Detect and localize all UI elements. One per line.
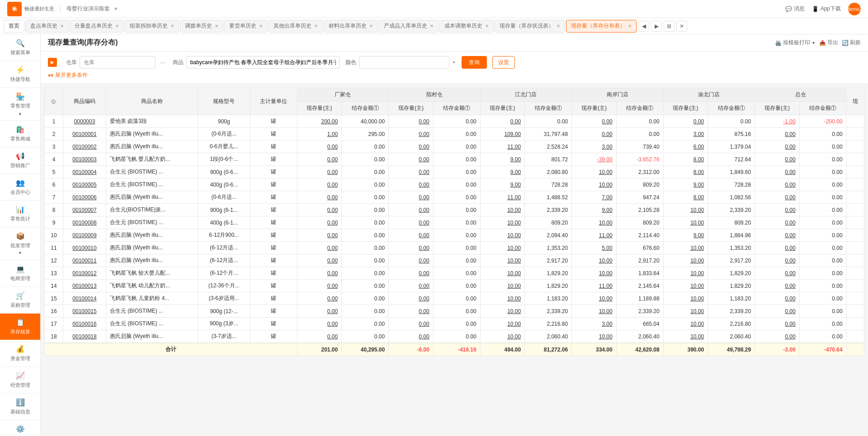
row-c2-qty[interactable]: 0.00 <box>389 191 434 204</box>
row-c5-qty[interactable]: 10.00 <box>663 292 708 305</box>
row-c4-qty[interactable]: 0.00 <box>572 128 617 141</box>
row-c1-qty[interactable]: 0.00 <box>297 204 342 216</box>
row-c3-qty[interactable]: 9.00 <box>480 153 525 166</box>
row-c3-qty[interactable]: 11.00 <box>480 191 525 204</box>
row-c5-qty[interactable]: 3.00 <box>663 128 708 141</box>
user-area[interactable]: demo2 <box>848 3 861 15</box>
row-c2-qty[interactable]: 0.00 <box>389 330 434 343</box>
row-code[interactable]: 00100016 <box>63 318 106 330</box>
row-c5-qty[interactable]: 10.00 <box>663 254 708 267</box>
row-code[interactable]: 00100013 <box>63 280 106 292</box>
sidebar-item-retail-mgmt[interactable]: 🏪 零售管理 ▲ <box>0 88 40 121</box>
row-c4-qty[interactable]: 5.00 <box>572 242 617 254</box>
row-c2-qty[interactable]: 0.00 <box>389 153 434 166</box>
row-c2-qty[interactable]: 0.00 <box>389 204 434 216</box>
sidebar-item-search[interactable]: 🔍 搜索英单 <box>0 34 40 61</box>
row-code[interactable]: 0000003 <box>63 115 106 128</box>
sidebar-item-quick-nav[interactable]: ⚡ 快捷导航 <box>0 61 40 88</box>
row-c4-qty[interactable]: 7.00 <box>572 191 617 204</box>
row-c5-qty[interactable]: 9.00 <box>663 229 708 242</box>
sidebar-item-purchase[interactable]: 🛒 采购管理 <box>0 287 40 314</box>
setting-button[interactable]: 设置 <box>492 56 515 69</box>
tab-close-all-btn[interactable]: ✕ <box>676 21 687 32</box>
row-c1-qty[interactable]: 0.00 <box>297 141 342 153</box>
row-c4-qty[interactable]: 10.00 <box>572 330 617 343</box>
row-c2-qty[interactable]: 0.00 <box>389 305 434 318</box>
row-c5-qty[interactable]: 6.00 <box>663 141 708 153</box>
tab-prev-btn[interactable]: ◀ <box>638 21 649 32</box>
row-total-qty[interactable]: 0.00 <box>755 318 800 330</box>
row-c4-qty[interactable]: 10.00 <box>572 305 617 318</box>
row-c4-qty[interactable]: -39.00 <box>572 153 617 166</box>
row-c1-qty[interactable]: 0.00 <box>297 229 342 242</box>
row-c2-qty[interactable]: 0.00 <box>389 141 434 153</box>
collapse-filter-btn[interactable]: ▶ <box>48 58 57 67</box>
row-c2-qty[interactable]: 0.00 <box>389 254 434 267</box>
sidebar-item-finance[interactable]: 💰 资金管理 <box>0 340 40 367</box>
row-c1-qty[interactable]: 0.00 <box>297 254 342 267</box>
row-c1-qty[interactable]: 0.00 <box>297 242 342 254</box>
row-c3-qty[interactable]: 0.00 <box>480 115 525 128</box>
row-c1-qty[interactable]: 0.00 <box>297 280 342 292</box>
sidebar-item-operation[interactable]: 📈 经营管理 <box>0 367 40 394</box>
sidebar-item-base-info[interactable]: ℹ️ 基础信息 <box>0 394 40 420</box>
row-total-qty[interactable]: 0.00 <box>755 204 800 216</box>
industry-dropdown-icon[interactable]: ▼ <box>113 6 118 11</box>
tab-close-requisition[interactable]: ✕ <box>259 23 263 28</box>
row-c5-qty[interactable]: 10.00 <box>663 242 708 254</box>
tab-close-cost-adjust[interactable]: ✕ <box>485 23 489 28</box>
tab-close-branch-inventory[interactable]: ✕ <box>115 23 119 28</box>
row-code[interactable]: 00100006 <box>63 191 106 204</box>
sidebar-item-retail-stats[interactable]: 📊 零售统计 <box>0 201 40 227</box>
row-c4-qty[interactable]: 10.00 <box>572 254 617 267</box>
tab-close-stock-status[interactable]: ✕ <box>557 23 560 28</box>
row-code[interactable]: 00100005 <box>63 178 106 191</box>
row-c3-qty[interactable]: 10.00 <box>480 229 525 242</box>
row-code[interactable]: 00100015 <box>63 305 106 318</box>
row-total-qty[interactable]: 0.00 <box>755 242 800 254</box>
row-c1-qty[interactable]: 1.00 <box>297 128 342 141</box>
tab-close-stock-dist[interactable]: ✕ <box>628 23 632 28</box>
row-c4-qty[interactable]: 10.00 <box>572 216 617 229</box>
row-c5-qty[interactable]: 10.00 <box>663 267 708 280</box>
row-c4-qty[interactable]: 9.00 <box>572 204 617 216</box>
row-total-qty[interactable]: 0.00 <box>755 267 800 280</box>
sidebar-item-wholesale-mgmt[interactable]: 📦 批发管理 ▼ <box>0 227 40 260</box>
tab-material-out[interactable]: 材料出库单历史 ✕ <box>324 20 378 33</box>
row-c5-qty[interactable]: 10.00 <box>663 305 708 318</box>
row-c2-qty[interactable]: 0.00 <box>389 267 434 280</box>
row-code[interactable]: 00100003 <box>63 153 106 166</box>
row-c4-qty[interactable]: 10.00 <box>572 178 617 191</box>
row-total-qty[interactable]: 0.00 <box>755 191 800 204</box>
tab-product-in[interactable]: 产成品入库单历史 ✕ <box>379 20 439 33</box>
row-c5-qty[interactable]: 10.00 <box>663 330 708 343</box>
tab-assembly[interactable]: 组装拆卸单历史 ✕ <box>125 20 179 33</box>
row-code[interactable]: 00100004 <box>63 166 106 178</box>
row-code[interactable]: 00100001 <box>63 128 106 141</box>
row-c4-qty[interactable]: 10.00 <box>572 267 617 280</box>
row-total-qty[interactable]: 0.00 <box>755 216 800 229</box>
row-total-qty[interactable]: 0.00 <box>755 229 800 242</box>
row-code[interactable]: 00100014 <box>63 292 106 305</box>
tab-close-product-in[interactable]: ✕ <box>430 23 434 28</box>
row-code[interactable]: 00100002 <box>63 141 106 153</box>
row-c2-qty[interactable]: 0.00 <box>389 318 434 330</box>
row-c3-qty[interactable]: 10.00 <box>480 318 525 330</box>
row-c2-qty[interactable]: 0.00 <box>389 166 434 178</box>
row-c1-qty[interactable]: 0.00 <box>297 153 342 166</box>
row-total-qty[interactable]: 0.00 <box>755 254 800 267</box>
row-c3-qty[interactable]: 9.00 <box>480 178 525 191</box>
row-code[interactable]: 00100008 <box>63 216 106 229</box>
row-c2-qty[interactable]: 0.00 <box>389 216 434 229</box>
search-button[interactable]: 查询 <box>462 56 487 69</box>
tab-next-btn[interactable]: ▶ <box>651 21 662 32</box>
row-total-qty[interactable]: -1.00 <box>755 115 800 128</box>
row-code[interactable]: 00100007 <box>63 204 106 216</box>
row-total-qty[interactable]: 0.00 <box>755 292 800 305</box>
message-btn[interactable]: 💬 消息 <box>785 5 805 13</box>
row-c5-qty[interactable]: 10.00 <box>663 318 708 330</box>
sidebar-item-member-center[interactable]: 👥 会员中心 <box>0 174 40 201</box>
row-code[interactable]: 00100010 <box>63 242 106 254</box>
row-c5-qty[interactable]: 8.00 <box>663 191 708 204</box>
row-c5-qty[interactable]: 8.00 <box>663 153 708 166</box>
